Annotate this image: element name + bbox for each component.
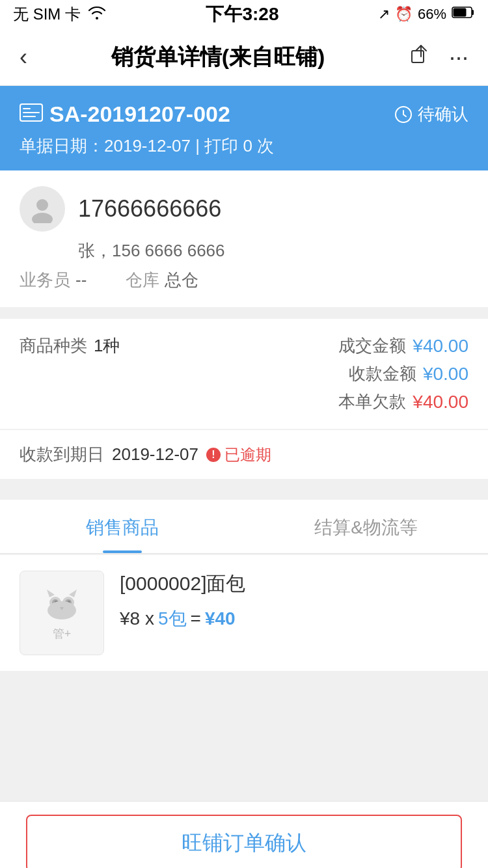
- receipt-value: ¥0.00: [423, 364, 468, 385]
- svg-rect-2: [453, 8, 466, 17]
- customer-phone: 17666666666: [78, 195, 221, 223]
- product-price: ¥8 x 5包 = ¥40: [120, 606, 468, 631]
- sales-label: 业务员: [20, 269, 70, 292]
- nav-left[interactable]: ‹: [20, 44, 27, 71]
- product-name: [0000002]面包: [120, 571, 468, 597]
- customer-meta: 业务员 -- 仓库 总仓: [20, 269, 468, 292]
- overdue-text: 已逾期: [224, 444, 271, 465]
- svg-rect-3: [412, 51, 424, 62]
- tab-sales-products[interactable]: 销售商品: [0, 500, 244, 553]
- price-text: ¥8 x: [120, 608, 154, 629]
- due-date-value: 2019-12-07: [112, 444, 198, 465]
- nav-bar: ‹ 销货单详情(来自旺铺) ···: [0, 29, 488, 86]
- product-logo-icon: 管+: [39, 584, 85, 642]
- tabs-row: 销售商品 结算&物流等: [0, 500, 488, 553]
- debt-label: 本单欠款: [338, 390, 406, 413]
- overdue-icon: !: [206, 448, 221, 462]
- bottom-section: 旺铺订单确认: [0, 801, 488, 868]
- status-bar: 无 SIM 卡 下午3:28 ↗ ⏰ 66%: [0, 0, 488, 29]
- price-quantity: 5包: [158, 606, 187, 631]
- nav-right[interactable]: ···: [409, 42, 468, 72]
- summary-section: 商品种类 1种 成交金额 ¥40.00 收款金额 ¥0.00 本单欠款 ¥40.…: [0, 319, 488, 429]
- product-type-value: 1种: [94, 334, 120, 357]
- product-info: [0000002]面包 ¥8 x 5包 = ¥40: [120, 571, 468, 655]
- back-button[interactable]: ‹: [20, 44, 27, 71]
- svg-rect-1: [472, 10, 474, 15]
- alarm-icon: ⏰: [395, 6, 413, 23]
- price-equals: =: [191, 608, 201, 629]
- divider-2: [0, 479, 488, 489]
- svg-point-11: [32, 213, 53, 223]
- due-date-section: 收款到期日 2019-12-07 ! 已逾期: [0, 430, 488, 479]
- more-button[interactable]: ···: [449, 44, 468, 71]
- product-image: 管+: [20, 571, 104, 655]
- wifi-icon: [87, 5, 107, 23]
- warehouse-value: 总仓: [165, 269, 198, 292]
- confirm-order-button[interactable]: 旺铺订单确认: [26, 815, 462, 868]
- product-section: 管+ [0000002]面包 ¥8 x 5包 = ¥40: [0, 555, 488, 671]
- order-icon: [20, 102, 43, 127]
- customer-section: 17666666666 张，156 6666 6666 业务员 -- 仓库 总仓: [0, 170, 488, 307]
- receipt-label: 收款金额: [349, 362, 416, 385]
- customer-name: 张，156 6666 6666: [20, 239, 468, 262]
- transaction-value: ¥40.00: [413, 336, 468, 357]
- price-total: ¥40: [205, 608, 236, 629]
- status-time: 下午3:28: [206, 2, 278, 27]
- sales-value: --: [75, 270, 87, 290]
- battery-icon: [452, 6, 475, 23]
- status-left: 无 SIM 卡: [13, 4, 107, 25]
- carrier-text: 无 SIM 卡: [13, 4, 81, 25]
- warehouse-label: 仓库: [126, 269, 159, 292]
- status-right: ↗ ⏰ 66%: [378, 6, 475, 23]
- divider-1: [0, 308, 488, 319]
- due-label: 收款到期日: [20, 443, 104, 466]
- avatar: [20, 186, 65, 232]
- battery-text: 66%: [418, 6, 446, 23]
- transaction-label: 成交金额: [338, 334, 406, 357]
- order-number: SA-20191207-002: [20, 102, 230, 127]
- order-header: SA-20191207-002 待确认 单据日期：2019-12-07 | 打印…: [0, 86, 488, 170]
- tab-settlement[interactable]: 结算&物流等: [244, 500, 488, 553]
- order-date: 单据日期：2019-12-07 | 打印 0 次: [20, 135, 468, 157]
- order-status: 待确认: [394, 103, 468, 126]
- page-title: 销货单详情(来自旺铺): [111, 42, 325, 72]
- product-type-label: 商品种类: [20, 334, 87, 357]
- overdue-badge: ! 已逾期: [206, 444, 271, 465]
- share-icon[interactable]: [409, 42, 433, 72]
- debt-value: ¥40.00: [413, 392, 468, 413]
- tabs-section: 销售商品 结算&物流等: [0, 500, 488, 554]
- svg-point-10: [36, 199, 48, 211]
- empty-content-area: [0, 671, 488, 801]
- location-icon: ↗: [378, 6, 390, 23]
